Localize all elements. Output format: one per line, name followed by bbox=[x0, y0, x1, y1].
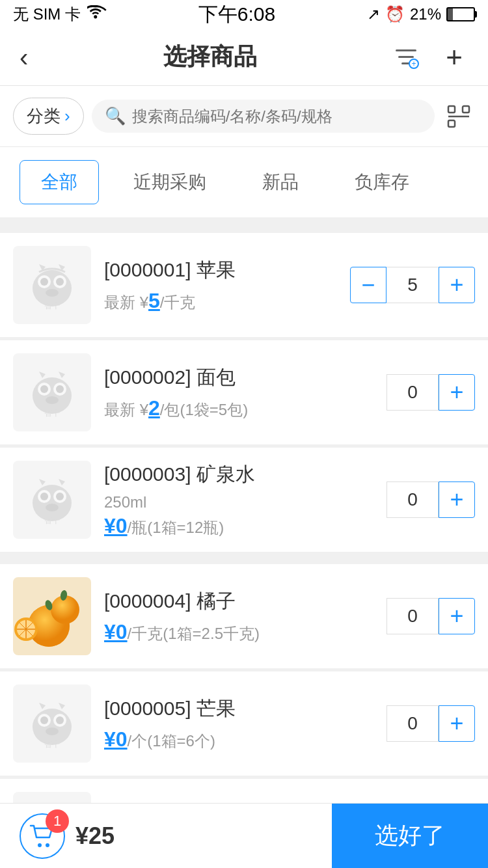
product-item-5: 智十 [0000005] 芒果 ¥0/个(1箱=6个) 0 + bbox=[0, 671, 488, 776]
svg-rect-7 bbox=[463, 106, 469, 113]
search-icon: 🔍 bbox=[105, 106, 126, 126]
product-item-4: [0000004] 橘子 ¥0/千克(1箱=2.5千克) 0 + bbox=[0, 564, 488, 669]
svg-rect-0 bbox=[396, 49, 416, 51]
product-image-3: 智十 bbox=[13, 461, 91, 539]
svg-point-30 bbox=[40, 493, 48, 500]
category-chevron: › bbox=[64, 106, 70, 126]
product-info-5: [0000005] 芒果 ¥0/个(1箱=6个) bbox=[104, 696, 373, 752]
quantity-display-5: 0 bbox=[386, 705, 439, 742]
svg-marker-34 bbox=[59, 479, 65, 485]
svg-point-12 bbox=[40, 278, 48, 286]
product-price-5: ¥0/个(1箱=6个) bbox=[104, 727, 373, 752]
owl-logo-5: 智十 bbox=[20, 691, 85, 756]
svg-point-50 bbox=[40, 716, 48, 724]
tab-all[interactable]: 全部 bbox=[20, 160, 99, 204]
status-left: 无 SIM 卡 bbox=[13, 4, 107, 25]
svg-text:智十: 智十 bbox=[44, 516, 60, 525]
owl-logo-2: 智十 bbox=[20, 360, 85, 425]
product-list: 智十 [0000001] 苹果 最新 ¥5/千克 − + bbox=[0, 233, 488, 868]
svg-point-23 bbox=[46, 396, 59, 404]
location-icon: ↗ bbox=[367, 5, 380, 23]
increase-button-1[interactable]: + bbox=[439, 267, 475, 303]
product-image-4 bbox=[13, 577, 91, 655]
product-name-5: [0000005] 芒果 bbox=[104, 696, 373, 722]
bottom-bar: 1 ¥25 选好了 bbox=[0, 803, 488, 868]
quantity-input-1[interactable] bbox=[386, 267, 439, 303]
svg-point-21 bbox=[40, 385, 48, 393]
svg-point-13 bbox=[56, 278, 64, 286]
product-item-3: 智十 [0000003] 矿泉水 250ml ¥0/瓶(1箱=12瓶) 0 + bbox=[0, 448, 488, 552]
quantity-control-3: 0 + bbox=[386, 481, 475, 518]
svg-text:智十: 智十 bbox=[44, 740, 60, 749]
product-name-4: [0000004] 橘子 bbox=[104, 588, 373, 615]
product-image-5: 智十 bbox=[13, 685, 91, 763]
tab-bar: 全部 近期采购 新品 负库存 bbox=[0, 147, 488, 223]
confirm-label: 选好了 bbox=[375, 820, 445, 852]
product-price-2: 最新 ¥2/包(1袋=5包) bbox=[104, 396, 373, 420]
product-item-2: 智十 [0000002] 面包 最新 ¥2/包(1袋=5包) 0 + bbox=[0, 340, 488, 445]
product-price-3: ¥0/瓶(1箱=12瓶) bbox=[104, 514, 373, 538]
svg-point-74 bbox=[38, 843, 42, 847]
svg-rect-5 bbox=[448, 106, 455, 113]
owl-logo-1: 智十 bbox=[20, 252, 85, 318]
product-info-4: [0000004] 橘子 ¥0/千克(1箱=2.5千克) bbox=[104, 588, 373, 644]
svg-marker-25 bbox=[59, 372, 65, 378]
product-item-1: 智十 [0000001] 苹果 最新 ¥5/千克 − + bbox=[0, 233, 488, 338]
search-input[interactable] bbox=[132, 107, 422, 126]
category-button[interactable]: 分类 › bbox=[13, 98, 84, 135]
confirm-button[interactable]: 选好了 bbox=[332, 804, 488, 869]
product-name-1: [0000001] 苹果 bbox=[104, 257, 337, 284]
back-button[interactable]: ‹ bbox=[20, 44, 28, 70]
increase-button-4[interactable]: + bbox=[439, 598, 475, 634]
increase-button-3[interactable]: + bbox=[439, 481, 475, 518]
product-spec-3: 250ml bbox=[104, 493, 373, 511]
status-right: ↗ ⏰ 21% bbox=[367, 5, 475, 23]
product-info-2: [0000002] 面包 最新 ¥2/包(1袋=5包) bbox=[104, 364, 373, 420]
increase-button-5[interactable]: + bbox=[439, 705, 475, 742]
tab-recent[interactable]: 近期采购 bbox=[112, 160, 228, 204]
battery-percent: 21% bbox=[410, 5, 441, 23]
category-label: 分类 bbox=[27, 105, 61, 128]
quantity-display-2: 0 bbox=[386, 374, 439, 411]
svg-rect-1 bbox=[398, 56, 414, 58]
tab-negative-stock[interactable]: 负库存 bbox=[333, 160, 431, 204]
svg-point-22 bbox=[56, 385, 64, 393]
increase-button-2[interactable]: + bbox=[439, 374, 475, 411]
svg-marker-53 bbox=[39, 703, 46, 709]
filter-bar: 分类 › 🔍 bbox=[0, 86, 488, 147]
quantity-control-4: 0 + bbox=[386, 598, 475, 634]
product-price-4: ¥0/千克(1箱=2.5千克) bbox=[104, 620, 373, 644]
product-info-1: [0000001] 苹果 最新 ¥5/千克 bbox=[104, 257, 337, 313]
quantity-display-3: 0 bbox=[386, 481, 439, 518]
svg-text:+: + bbox=[411, 59, 416, 68]
svg-point-32 bbox=[46, 504, 59, 511]
quantity-control-1: − + bbox=[350, 267, 475, 303]
section-gap-1 bbox=[0, 223, 488, 233]
product-price-1: 最新 ¥5/千克 bbox=[104, 289, 337, 313]
svg-point-31 bbox=[56, 493, 64, 500]
svg-marker-54 bbox=[59, 703, 65, 709]
battery-icon bbox=[446, 7, 475, 21]
quantity-control-5: 0 + bbox=[386, 705, 475, 742]
svg-rect-6 bbox=[448, 120, 455, 127]
scan-button[interactable] bbox=[442, 100, 475, 133]
carrier-label: 无 SIM 卡 bbox=[13, 4, 81, 25]
svg-point-75 bbox=[46, 843, 49, 847]
svg-text:智十: 智十 bbox=[44, 409, 60, 418]
wifi-icon bbox=[87, 5, 107, 23]
tab-new[interactable]: 新品 bbox=[241, 160, 320, 204]
filter-button[interactable]: + bbox=[392, 43, 420, 72]
svg-text:智十: 智十 bbox=[44, 301, 60, 310]
cart-badge: 1 bbox=[46, 809, 69, 833]
page-title: 选择商品 bbox=[163, 41, 257, 73]
cart-icon-wrap: 1 bbox=[20, 813, 65, 859]
svg-marker-33 bbox=[39, 479, 46, 485]
quantity-control-2: 0 + bbox=[386, 374, 475, 411]
product-name-3: [0000003] 矿泉水 bbox=[104, 461, 373, 488]
svg-point-52 bbox=[46, 727, 59, 735]
status-bar: 无 SIM 卡 下午6:08 ↗ ⏰ 21% bbox=[0, 0, 488, 29]
product-info-3: [0000003] 矿泉水 250ml ¥0/瓶(1箱=12瓶) bbox=[104, 461, 373, 538]
decrease-button-1[interactable]: − bbox=[350, 267, 386, 303]
cart-area[interactable]: 1 ¥25 bbox=[0, 813, 332, 859]
add-button[interactable]: + bbox=[440, 43, 468, 72]
